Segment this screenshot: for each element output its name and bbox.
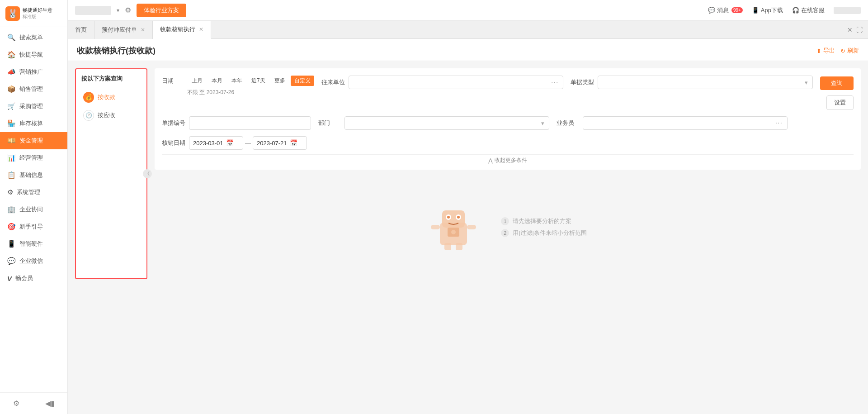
- empty-hint-1: 1 请先选择要分析的方案: [501, 217, 586, 225]
- date-7days-btn[interactable]: 近7天: [248, 76, 269, 86]
- settings-button[interactable]: 设置: [826, 95, 854, 110]
- main-content: 按以下方案查询 💰 按收款 🕐 按应收 《: [68, 61, 868, 286]
- online-service-btn[interactable]: 🎧 在线客服: [792, 6, 825, 14]
- message-btn[interactable]: 💬 消息 99+: [708, 6, 743, 14]
- search-icon: 🔍: [7, 33, 16, 42]
- online-service-label: 在线客服: [801, 6, 825, 14]
- sidebar-item-system[interactable]: ⚙ 系统管理: [0, 184, 67, 201]
- tab-prepay-label: 预付冲应付单: [102, 26, 137, 34]
- doc-no-input[interactable]: [189, 116, 311, 130]
- export-button[interactable]: ⬆ 导出: [816, 47, 835, 55]
- collapse-more-btn[interactable]: ⋀ 收起更多条件: [162, 154, 854, 164]
- purchase-icon: 🛒: [7, 102, 16, 110]
- message-label: 消息: [717, 6, 729, 14]
- tab-collection-label: 收款核销执行: [160, 25, 195, 33]
- verify-end-value: 2023-07-21: [257, 140, 287, 147]
- filter-panel: 按以下方案查询 💰 按收款 🕐 按应收 《: [75, 68, 147, 279]
- tab-collection[interactable]: 收款核销执行 ✕: [153, 21, 211, 39]
- query-button[interactable]: 查询: [820, 76, 854, 90]
- sidebar-item-quicknav[interactable]: 🏠 快捷导航: [0, 46, 67, 63]
- app-download-btn[interactable]: 📱 App下载: [752, 6, 783, 14]
- tab-home[interactable]: 首页: [68, 21, 94, 39]
- guide-icon: 🎯: [7, 223, 16, 231]
- inventory-icon: 🏪: [7, 119, 16, 128]
- date-this-month-btn[interactable]: 本月: [208, 76, 226, 86]
- date-custom-btn[interactable]: 自定义: [291, 76, 314, 86]
- sidebar-item-search[interactable]: 🔍 搜索菜单: [0, 29, 67, 46]
- sidebar-item-corp[interactable]: 🏢 企业协同: [0, 201, 67, 218]
- partner-label: 往来单位: [321, 78, 345, 86]
- app-version: 标准版: [23, 14, 52, 20]
- sidebar-item-purchase[interactable]: 🛒 采购管理: [0, 98, 67, 115]
- doc-type-select[interactable]: ▾: [598, 76, 813, 89]
- date-last-month-btn[interactable]: 上月: [188, 76, 206, 86]
- sidebar-collapse-btn[interactable]: ◀▮: [42, 396, 57, 410]
- svg-point-11: [451, 230, 456, 234]
- sidebar-settings-btn[interactable]: ⚙: [10, 396, 22, 410]
- hardware-icon: 📱: [7, 240, 16, 248]
- system-icon: ⚙: [7, 188, 13, 196]
- verify-end-cal-icon[interactable]: 📅: [290, 139, 297, 147]
- staff-field: 业务员 ···: [557, 116, 788, 130]
- search-form: 日期 上月 本月 本年 近7天 更多 自定义: [155, 68, 861, 170]
- sidebar-item-finance[interactable]: 💴 资金管理: [0, 132, 67, 149]
- finance-icon: 💴: [7, 137, 16, 145]
- sidebar-item-basic[interactable]: 📋 基础信息: [0, 167, 67, 184]
- tab-collection-close-icon[interactable]: ✕: [199, 26, 203, 33]
- verify-date-end-input[interactable]: 2023-07-21 📅: [253, 136, 307, 150]
- filter-panel-title: 按以下方案查询: [80, 75, 143, 83]
- sidebar-item-guide[interactable]: 🎯 新手引导: [0, 218, 67, 235]
- filter-receivable-icon: 🕐: [83, 110, 94, 121]
- sidebar-item-business[interactable]: 📊 经营管理: [0, 149, 67, 167]
- marketing-icon: 📣: [7, 68, 16, 76]
- tab-prepay[interactable]: 预付冲应付单 ✕: [94, 21, 153, 39]
- solution-button[interactable]: 体验行业方案: [137, 4, 186, 17]
- settings-gear-icon[interactable]: ⚙: [125, 6, 131, 14]
- empty-hint-1-text: 请先选择要分析的方案: [513, 217, 571, 225]
- verify-date-start-input[interactable]: 2023-03-01 📅: [189, 136, 243, 150]
- sidebar-item-inventory[interactable]: 🏪 库存核算: [0, 115, 67, 132]
- page-header: 收款核销执行(按收款) ⬆ 导出 ↻ 刷新: [68, 39, 868, 61]
- staff-ellipsis-icon[interactable]: ···: [775, 119, 783, 127]
- filter-by-receivable[interactable]: 🕐 按应收: [80, 106, 143, 124]
- home-icon: 🏠: [7, 51, 16, 59]
- svg-rect-9: [456, 243, 462, 250]
- member-icon: V: [7, 275, 12, 282]
- tabbar-actions: ✕ ⛶: [847, 26, 868, 33]
- partner-select[interactable]: ···: [349, 76, 564, 89]
- date-label: 日期: [162, 77, 184, 85]
- doc-no-field: 单据编号: [162, 116, 311, 130]
- sidebar-item-hardware[interactable]: 📱 智能硬件: [0, 235, 67, 252]
- user-name-placeholder: [75, 6, 111, 15]
- date-more-btn[interactable]: 更多: [271, 76, 289, 86]
- sidebar-item-marketing[interactable]: 📣 营销推广: [0, 63, 67, 81]
- filter-by-receipt[interactable]: 💰 按收款: [80, 88, 143, 106]
- partner-ellipsis-icon[interactable]: ···: [551, 78, 558, 86]
- basic-icon: 📋: [7, 171, 16, 179]
- partner-field: 往来单位 ···: [321, 76, 564, 89]
- verify-start-value: 2023-03-01: [193, 140, 223, 147]
- tab-prepay-close-icon[interactable]: ✕: [141, 27, 145, 33]
- sidebar-item-member[interactable]: V 畅会员: [0, 270, 67, 287]
- sidebar-bottom: ⚙ ◀▮: [0, 392, 67, 414]
- mobile-icon: 📱: [752, 7, 759, 14]
- verify-start-cal-icon[interactable]: 📅: [226, 139, 234, 147]
- headset-icon: 🎧: [792, 7, 799, 14]
- tabbar: 首页 预付冲应付单 ✕ 收款核销执行 ✕ ✕ ⛶: [68, 21, 868, 39]
- sidebar-item-weixin[interactable]: 💬 企业微信: [0, 252, 67, 270]
- dept-select[interactable]: ▾: [344, 116, 549, 130]
- filter-collapse-btn[interactable]: 《: [143, 169, 152, 178]
- doc-type-dropdown-icon: ▾: [805, 79, 808, 86]
- empty-hints: 1 请先选择要分析的方案 2 用[过滤]条件来缩小分析范围: [501, 217, 586, 237]
- refresh-button[interactable]: ↻ 刷新: [840, 47, 859, 55]
- corp-icon: 🏢: [7, 205, 16, 214]
- empty-illustration: [429, 202, 478, 252]
- svg-rect-1: [442, 210, 465, 228]
- sidebar-item-sales[interactable]: 📦 销售管理: [0, 81, 67, 98]
- staff-select[interactable]: ···: [583, 116, 788, 130]
- dropdown-arrow-icon[interactable]: ▾: [117, 7, 119, 14]
- tab-close-all-icon[interactable]: ✕: [847, 26, 853, 33]
- doc-type-field: 单据类型 ▾: [571, 76, 813, 89]
- tab-expand-icon[interactable]: ⛶: [856, 26, 863, 33]
- date-this-year-btn[interactable]: 本年: [228, 76, 246, 86]
